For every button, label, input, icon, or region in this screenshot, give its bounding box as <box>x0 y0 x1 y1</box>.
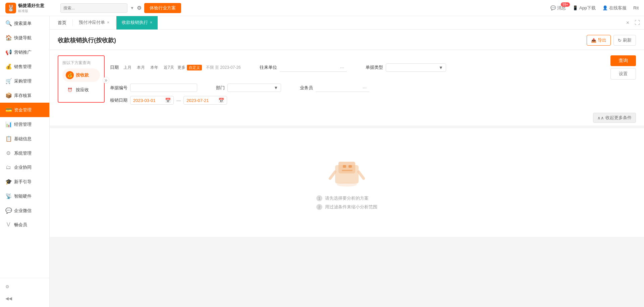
counterparty-dots[interactable]: ··· <box>340 65 344 70</box>
sidebar-item-quicknav[interactable]: 🏠 快捷导航 <box>0 31 49 45</box>
export-button[interactable]: 📤 导出 <box>587 35 611 46</box>
message-button[interactable]: 💬 消息 99+ <box>550 5 566 11</box>
svg-rect-1 <box>338 162 355 173</box>
message-badge: 99+ <box>561 2 570 7</box>
sidebar-label-system: 系统管理 <box>14 150 32 156</box>
trial-button[interactable]: 体验行业方案 <box>144 3 181 13</box>
tab-prepay-label: 预付冲应付单 <box>79 19 105 25</box>
date-custom-badge[interactable]: 自定义 <box>187 65 202 70</box>
billno-input[interactable] <box>130 84 197 92</box>
dept-select-arrow: ▼ <box>274 85 278 90</box>
online-service-button[interactable]: 👤 在线客服 <box>602 5 627 11</box>
refresh-icon: ↻ <box>618 38 622 43</box>
sidebar-item-wechat[interactable]: 💬 企业微信 <box>0 203 49 218</box>
calendar-end-icon[interactable]: 📅 <box>218 98 224 103</box>
billtype-label: 单据类型 <box>366 64 383 70</box>
tab-collection[interactable]: 收款核销执行 × <box>116 16 158 30</box>
guide-icon: 🎓 <box>5 178 11 185</box>
staff-dots[interactable]: ··· <box>363 85 367 90</box>
tab-prepay[interactable]: 预付冲应付单 × <box>73 16 115 30</box>
sidebar: 🔍 搜索菜单 🏠 快捷导航 📢 营销推广 💰 销售管理 🛒 采购管理 📦 库存核… <box>0 16 50 307</box>
refresh-button[interactable]: ↻ 刷新 <box>613 35 636 46</box>
tabs-close-all-button[interactable]: × <box>625 18 631 27</box>
empty-tips: 1 请先选择要分析的方案 2 用过滤条件来缩小分析范围 <box>316 195 377 210</box>
tab-collection-close[interactable]: × <box>150 20 152 25</box>
sidebar-item-operation[interactable]: 📊 经营管理 <box>0 117 49 132</box>
date-last-month[interactable]: 上月 <box>121 64 133 71</box>
online-service-icon: 👤 <box>602 5 608 10</box>
sales-icon: 💰 <box>5 63 11 70</box>
sidebar-label-member: 畅会员 <box>14 222 27 228</box>
filter-mode-panel: 按以下方案查询 💰 按收款 ⏰ 按应收 <box>58 55 105 103</box>
user-profile[interactable]: Rit <box>633 5 639 10</box>
sidebar-item-purchase[interactable]: 🛒 采购管理 <box>0 74 49 88</box>
tabs-expand-button[interactable]: ⛶ <box>633 18 641 27</box>
header-search-input[interactable] <box>60 3 127 13</box>
date-this-year[interactable]: 本年 <box>148 64 160 71</box>
query-button[interactable]: 查询 <box>610 55 636 66</box>
filter-option-by-receipt[interactable]: 💰 按收款 <box>62 68 100 82</box>
sidebar-item-guide[interactable]: 🎓 新手引导 <box>0 174 49 189</box>
filter-row-2: 单据编号 部门 ▼ 业务员 <box>110 84 636 92</box>
date-7days[interactable]: 近7天 <box>162 64 176 71</box>
billtype-select-arrow: ▼ <box>439 65 443 70</box>
date-more[interactable]: 更多 <box>177 65 185 70</box>
verifydate-end-input[interactable]: 2023-07-21 📅 <box>183 96 227 105</box>
dropdown-arrow-icon[interactable]: ▼ <box>130 6 134 10</box>
page-header-actions: 📤 导出 ↻ 刷新 <box>587 35 636 46</box>
query-actions: 查询 设置 <box>610 55 636 80</box>
filter-panel: 按以下方案查询 💰 按收款 ⏰ 按应收 » <box>50 50 644 110</box>
filter-row-3: 核销日期 2023-03-01 📅 — 2023-07-21 📅 <box>110 96 636 105</box>
sidebar-item-marketing[interactable]: 📢 营销推广 <box>0 45 49 59</box>
sidebar-label-basicinfo: 基础信息 <box>14 136 32 142</box>
logo-subtitle: 标准版 <box>18 9 44 13</box>
filter-collapse-arrow[interactable]: » <box>103 77 109 84</box>
sidebar-settings-button[interactable]: ⚙ <box>0 281 49 293</box>
date-no-limit: 不限 至 2023-07-26 <box>206 65 241 70</box>
purchase-icon: 🛒 <box>5 78 11 84</box>
date-range-separator: — <box>176 98 181 103</box>
dept-select[interactable]: ▼ <box>227 84 281 92</box>
date-this-month[interactable]: 本月 <box>135 64 147 71</box>
app-download-icon: 📱 <box>573 5 578 10</box>
sidebar-item-finance[interactable]: 💳 资金管理 <box>0 103 49 117</box>
sidebar-collapse-button[interactable]: ◀◀ <box>0 293 49 304</box>
sidebar-item-inventory[interactable]: 📦 库存核算 <box>0 88 49 103</box>
counterparty-label: 往来单位 <box>260 64 277 70</box>
logo-area: 🐰 畅捷通好生意 标准版 <box>5 3 55 13</box>
sidebar-item-hardware[interactable]: 📡 智能硬件 <box>0 189 49 203</box>
online-service-label: 在线客服 <box>609 5 627 11</box>
search-icon: 🔍 <box>5 20 11 27</box>
logo-text: 畅捷通好生意 标准版 <box>18 3 44 13</box>
filter-verifydate-group: 核销日期 2023-03-01 📅 — 2023-07-21 📅 <box>110 96 227 105</box>
sidebar-item-search[interactable]: 🔍 搜索菜单 <box>0 16 49 31</box>
app-download-button[interactable]: 📱 App下载 <box>573 5 596 11</box>
gear-icon[interactable]: ⚙ <box>137 5 142 11</box>
sidebar-item-member[interactable]: V 畅会员 <box>0 218 49 232</box>
filter-row-1: 日期 上月 本月 本年 近7天 更多 自定义 不限 至 2023-07-26 <box>110 55 636 80</box>
export-label: 导出 <box>598 37 606 43</box>
tab-prepay-close[interactable]: × <box>107 20 109 25</box>
billtype-select[interactable]: ▼ <box>386 63 446 72</box>
sidebar-label-guide: 新手引导 <box>14 179 32 185</box>
calendar-start-icon[interactable]: 📅 <box>165 98 171 103</box>
sidebar-label-collab: 企业协同 <box>14 164 32 170</box>
sidebar-item-system[interactable]: ⚙ 系统管理 <box>0 146 49 160</box>
filter-fields: 日期 上月 本月 本年 近7天 更多 自定义 不限 至 2023-07-26 <box>110 55 636 105</box>
verifydate-start-input[interactable]: 2023-03-01 📅 <box>130 96 174 105</box>
filter-billtype-group: 单据类型 ▼ <box>366 63 446 72</box>
sidebar-item-sales[interactable]: 💰 销售管理 <box>0 59 49 74</box>
tab-home[interactable]: 首页 <box>52 16 72 30</box>
empty-state: 1 请先选择要分析的方案 2 用过滤条件来缩小分析范围 <box>50 128 644 237</box>
filter-option-receipt-label: 按收款 <box>76 72 89 78</box>
settings-button[interactable]: 设置 <box>610 68 636 80</box>
sidebar-label-purchase: 采购管理 <box>14 78 32 84</box>
tabs-actions: × ⛶ <box>625 18 641 27</box>
collapse-more-button[interactable]: ∧∧ 收起更多条件 <box>593 113 636 123</box>
system-icon: ⚙ <box>5 150 11 156</box>
sidebar-item-collab[interactable]: 🗂 企业协同 <box>0 160 49 174</box>
billno-label: 单据编号 <box>110 85 127 91</box>
filter-option-by-receivable[interactable]: ⏰ 按应收 <box>62 83 100 97</box>
sidebar-label-sales: 销售管理 <box>14 64 32 70</box>
sidebar-item-basicinfo[interactable]: 📋 基础信息 <box>0 132 49 146</box>
